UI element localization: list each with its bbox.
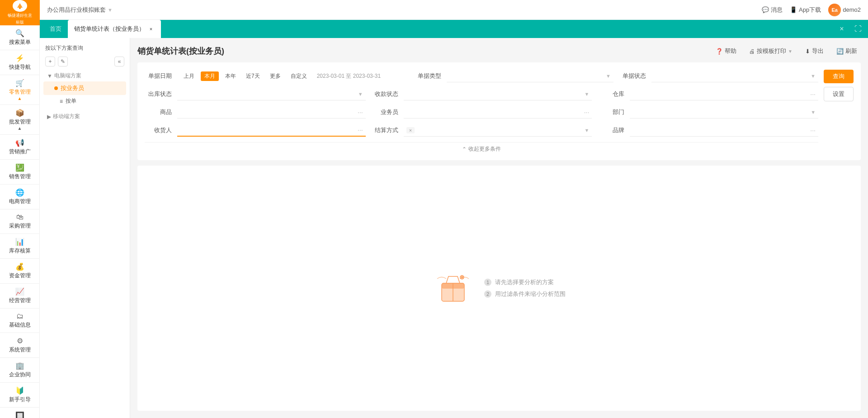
date-active-btn[interactable]: 本月 [201,71,219,81]
refresh-btn[interactable]: 🔄 刷新 [833,45,861,57]
warehouse-control[interactable]: ··· [630,88,818,100]
receiver-dots[interactable]: ··· [358,126,363,133]
sidebar-item-inventory-label: 库存核算 [9,247,31,255]
sidebar-item-business[interactable]: 📈 经营管理 [0,284,40,309]
help-icon: ❓ [716,48,723,55]
company-icon: 🏢 [15,361,24,370]
marketing-icon: 📢 [15,138,24,147]
export-btn[interactable]: ⬇ 导出 [802,45,827,57]
staff-dots[interactable]: ··· [584,109,590,116]
sidebar-item-finance[interactable]: 💰 资金管理 [0,259,40,284]
warehouse-dots[interactable]: ··· [810,90,816,98]
sidebar-item-guide[interactable]: 🔰 新手引导 [0,383,40,408]
date-more-btn[interactable]: 更多 [266,71,284,81]
left-panel: 按以下方案查询 + ✎ « ▼ 电脑端方案 [40,38,130,418]
sidebar-item-marketing-label: 营销推广 [9,148,31,156]
ecom-icon: 🌐 [15,188,24,197]
tabbar: 首页 销货单统计表（按业务员） × × ⛶ [40,20,868,38]
help-btn[interactable]: ❓ 帮助 [712,45,740,57]
account-switcher[interactable]: 办公用品行业模拟账套 ▼ [47,6,113,14]
sidebar-item-company[interactable]: 🏢 企业协同 [0,358,40,383]
doc-status-label: 单据状态 [619,72,646,80]
user-menu[interactable]: Ea demo2 [828,4,861,16]
brand-dots[interactable]: ··· [810,127,816,134]
sidebar-item-base[interactable]: 🗂 基础信息 [0,309,40,333]
sidebar-item-sales[interactable]: 💹 销售管理 [0,160,40,185]
sidebar-item-inventory[interactable]: 📊 库存核算 [0,234,40,259]
dept-arrow: ▼ [811,109,816,115]
group2-arrow: ▶ [47,114,51,120]
sidebar-item-wholesale[interactable]: 📦 批发管理 ▲ [0,105,40,135]
goods-control[interactable]: ··· [177,106,366,119]
settings-btn[interactable]: 设置 [824,87,854,101]
plan-item-by-order[interactable]: ≡ 按单 [43,95,126,107]
sidebar-item-ecom[interactable]: 🌐 电商管理 [0,185,40,209]
date-year-btn[interactable]: 本年 [222,71,240,81]
tip2-text: 用过滤条件来缩小分析范围 [495,290,566,298]
sidebar-item-system[interactable]: ⚙ 系统管理 [0,333,40,358]
doc-status-control[interactable]: ▼ [651,70,818,82]
appstore-icon: 🔲 [15,411,24,418]
group2-label: ▶ 移动端方案 [43,111,126,122]
staff-control[interactable]: ··· [404,106,592,119]
empty-illustration [433,267,473,309]
collapse-more-btn[interactable]: ⌃ 收起更多条件 [145,142,818,153]
refresh-label: 刷新 [845,47,857,55]
account-label: 办公用品行业模拟账套 [47,6,106,14]
receipt-status-arrow: ▼ [584,91,589,97]
sidebar-item-marketing[interactable]: 📢 营销推广 [0,135,40,160]
sidebar: 畅捷通好生意 标版 🔍 搜索菜单 ⚡ 快捷导航 🛒 零售管理 ▲ 📦 批发管理 … [0,0,40,418]
tip1-text: 请先选择要分析的方案 [495,278,554,286]
sidebar-item-wholesale-label: 批发管理 [9,118,31,126]
brand-control[interactable]: ··· [630,124,818,137]
settle-control[interactable]: × ▼ [404,124,592,137]
sidebar-item-purchase[interactable]: 🛍 采购管理 [0,209,40,234]
sidebar-item-base-label: 基础信息 [9,321,31,329]
collapse-panel-btn[interactable]: « [114,57,124,66]
goods-dots[interactable]: ··· [358,109,363,116]
doc-type-arrow: ▼ [606,73,611,79]
tab-close-icon[interactable]: × [147,25,155,33]
window-close-btn[interactable]: × [835,23,848,35]
plan-item-by-staff[interactable]: 按业务员 [43,81,126,95]
topbar: 办公用品行业模拟账套 ▼ 💬 消息 📱 App下载 Ea demo2 [40,0,868,20]
sidebar-item-sales-label: 销售管理 [9,173,31,180]
sidebar-item-system-label: 系统管理 [9,346,31,354]
add-plan-btn[interactable]: + [45,57,55,66]
print-btn[interactable]: 🖨 按模板打印 ▼ [745,45,796,57]
logo-text: 畅捷通好生意 [8,13,32,19]
avatar: Ea [828,4,841,16]
filter-row-1: 单据日期 上月 本月 本年 近7天 更多 自定义 2023-03-01 至 20… [145,70,818,82]
dept-control[interactable]: ▼ [630,106,818,119]
avatar-text: Ea [832,7,838,13]
date-custom-btn[interactable]: 自定义 [287,71,311,81]
tab-sales-report[interactable]: 销货单统计表（按业务员） × [68,20,161,38]
filter-row-2: 出库状态 ▼ 收款状态 ▼ 仓库 ··· [145,88,818,100]
tab-sales-report-label: 销货单统计表（按业务员） [74,25,145,33]
message-btn[interactable]: 💬 消息 [762,6,783,14]
print-arrow: ▼ [788,49,793,54]
left-panel-header: 按以下方案查询 [40,42,130,55]
date-filter-control[interactable]: 上月 本月 本年 近7天 更多 自定义 2023-03-01 至 2023-03… [177,70,409,82]
app-download-btn[interactable]: 📱 App下载 [790,6,821,14]
sidebar-item-appstore[interactable]: 🔲 应用中心 [0,408,40,418]
sidebar-item-search[interactable]: 🔍 搜索菜单 [0,25,40,50]
edit-plan-btn[interactable]: ✎ [58,57,68,66]
sidebar-item-search-label: 搜索菜单 [9,38,31,46]
sidebar-item-retail[interactable]: 🛒 零售管理 ▲ [0,75,40,105]
collapse-icon: « [118,58,121,65]
settle-tag-close[interactable]: × [409,128,412,133]
group2-name: 移动端方案 [53,113,80,120]
sidebar-item-quicknav[interactable]: ⚡ 快捷导航 [0,50,40,75]
tab-home[interactable]: 首页 [43,20,68,38]
date-prev-btn[interactable]: 上月 [180,71,198,81]
receipt-status-control[interactable]: ▼ [404,88,592,100]
receiver-control[interactable]: ··· [177,124,366,137]
search-btn[interactable]: 查询 [824,70,854,83]
date-7days-btn[interactable]: 近7天 [242,71,264,81]
out-status-control[interactable]: ▼ [177,88,366,100]
window-expand-btn[interactable]: ⛶ [852,23,864,35]
doc-type-control[interactable]: ▼ [447,70,613,82]
win-expand-icon: ⛶ [854,25,862,33]
message-label: 消息 [771,6,783,14]
